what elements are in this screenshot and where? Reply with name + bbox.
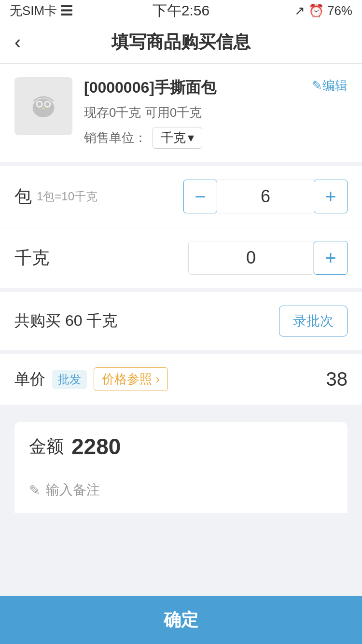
package-input[interactable]: [217, 180, 314, 213]
remark-row[interactable]: ✎ 输入备注: [14, 471, 348, 513]
unit-value: 千克: [161, 129, 186, 146]
amount-row: 金额 2280: [14, 422, 348, 471]
remark-icon: ✎: [29, 482, 40, 498]
amount-label: 金额: [29, 435, 64, 459]
price-value: 38: [326, 368, 348, 390]
summary-text: 共购买 60 千克: [14, 310, 117, 332]
amount-section: 金额 2280 ✎ 输入备注: [0, 408, 362, 513]
unit-drop-icon: ▾: [188, 130, 194, 145]
unit-select[interactable]: 千克 ▾: [153, 127, 202, 149]
kg-input-row: 千克 +: [0, 227, 362, 288]
svg-point-3: [37, 102, 41, 106]
kg-controls: +: [188, 241, 348, 275]
status-left: 无SIM卡 ☰: [10, 2, 73, 19]
status-bar: 无SIM卡 ☰ 下午2:56 ↗ ⏰ 76%: [0, 0, 362, 21]
batch-button[interactable]: 录批次: [279, 306, 348, 336]
back-button[interactable]: ‹: [14, 31, 21, 53]
kg-plus-button[interactable]: +: [314, 241, 348, 275]
package-input-row: 包 1包=10千克 − +: [0, 166, 362, 227]
product-name: [0000006]手撕面包: [84, 77, 216, 98]
product-stock: 现存0千克 可用0千克: [84, 104, 348, 121]
package-sub-label: 1包=10千克: [37, 189, 97, 204]
amount-value: 2280: [71, 434, 121, 460]
remark-placeholder: 输入备注: [46, 481, 100, 499]
product-image: [14, 77, 72, 135]
product-header: [0000006]手撕面包 ✎编辑: [84, 77, 348, 98]
product-info: [0000006]手撕面包 ✎编辑 现存0千克 可用0千克 销售单位： 千克 ▾: [84, 77, 348, 149]
page-title: 填写商品购买信息: [111, 30, 251, 54]
package-plus-button[interactable]: +: [314, 180, 348, 213]
product-unit-row: 销售单位： 千克 ▾: [84, 127, 348, 149]
price-section: 单价 批发 价格参照 › 38: [0, 354, 362, 408]
kg-label-group: 千克: [14, 246, 49, 270]
confirm-button[interactable]: 确定: [0, 596, 362, 644]
unit-label: 销售单位：: [84, 129, 147, 146]
status-icons: ↗ ⏰ 76%: [294, 3, 353, 18]
package-label: 包: [14, 185, 32, 209]
status-right: ↗ ⏰ 76%: [294, 3, 353, 18]
svg-point-4: [45, 102, 49, 106]
kg-label: 千克: [14, 246, 49, 270]
price-label: 单价: [14, 369, 45, 390]
price-left: 单价 批发 价格参照 ›: [14, 367, 168, 391]
package-minus-button[interactable]: −: [183, 180, 217, 213]
summary-row: 共购买 60 千克 录批次: [0, 292, 362, 354]
price-type-badge: 批发: [52, 370, 87, 389]
product-card: [0000006]手撕面包 ✎编辑 现存0千克 可用0千克 销售单位： 千克 ▾: [0, 64, 362, 166]
price-ref-button[interactable]: 价格参照 ›: [94, 367, 168, 391]
edit-button[interactable]: ✎编辑: [312, 77, 348, 94]
package-label-group: 包 1包=10千克: [14, 185, 97, 209]
sim-label: 无SIM卡 ☰: [10, 2, 73, 19]
status-time: 下午2:56: [153, 1, 209, 21]
product-placeholder-icon: [27, 89, 60, 123]
package-controls: − +: [183, 180, 348, 213]
kg-input[interactable]: [188, 241, 314, 275]
nav-bar: ‹ 填写商品购买信息: [0, 21, 362, 64]
package-input-section: 包 1包=10千克 − + 千克 +: [0, 166, 362, 288]
